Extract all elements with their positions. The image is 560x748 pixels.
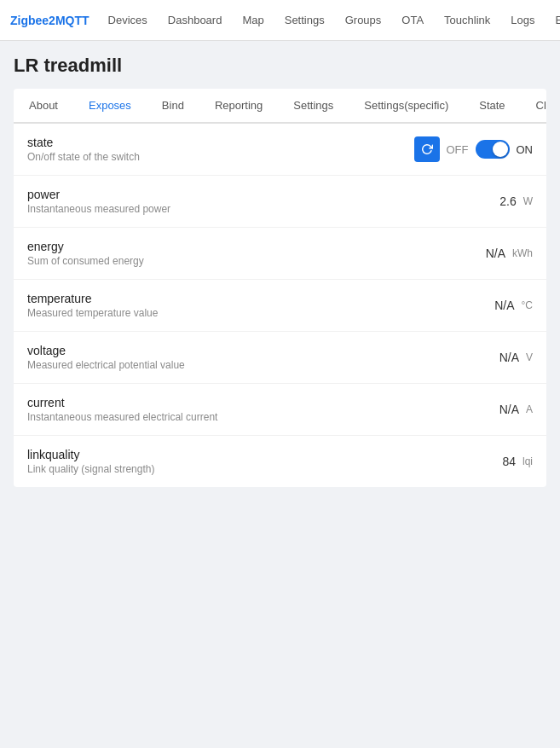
tab-clusters[interactable]: Clusters xyxy=(521,89,546,124)
linkquality-unit: lqi xyxy=(522,455,533,467)
expose-name-current: current xyxy=(27,396,217,409)
current-value: N/A xyxy=(499,403,519,416)
nav-item-map[interactable]: Map xyxy=(234,10,272,30)
current-unit: A xyxy=(526,403,533,415)
expose-value-voltage: N/A V xyxy=(499,351,533,364)
expose-name-power: power xyxy=(27,188,170,201)
nav-item-ota[interactable]: OTA xyxy=(393,10,432,30)
power-value: 2.6 xyxy=(499,194,516,208)
expose-desc-power: Instantaneous measured power xyxy=(27,203,170,215)
expose-value-temperature: N/A °C xyxy=(494,299,533,312)
expose-label-energy: energy Sum of consumed energy xyxy=(27,240,144,267)
expose-value-current: N/A A xyxy=(499,403,533,416)
expose-value-energy: N/A kWh xyxy=(486,246,533,260)
tab-settings[interactable]: Settings xyxy=(278,89,349,124)
nav-item-groups[interactable]: Groups xyxy=(337,10,390,30)
tab-exposes[interactable]: Exposes xyxy=(73,89,147,124)
expose-name-state: state xyxy=(27,136,140,149)
voltage-value: N/A xyxy=(499,351,519,364)
toggle-on-label: ON xyxy=(517,143,534,156)
energy-value: N/A xyxy=(486,246,505,260)
expose-desc-energy: Sum of consumed energy xyxy=(27,255,144,267)
expose-row-power: power Instantaneous measured power 2.6 W xyxy=(14,176,546,228)
tab-bind[interactable]: Bind xyxy=(147,89,199,124)
navbar: Zigbee2MQTT Devices Dashboard Map Settin… xyxy=(0,0,560,41)
tab-settings-specific[interactable]: Settings(specific) xyxy=(349,89,464,124)
expose-value-state: OFF ON xyxy=(414,136,534,162)
exposes-content: state On/off state of the switch OFF ON xyxy=(14,124,546,487)
expose-row-temperature: temperature Measured temperature value N… xyxy=(14,280,546,332)
expose-label-voltage: voltage Measured electrical potential va… xyxy=(27,344,185,371)
voltage-unit: V xyxy=(526,351,533,363)
state-toggle[interactable] xyxy=(476,140,510,159)
page-title: LR treadmill xyxy=(14,55,546,77)
refresh-button-state[interactable] xyxy=(414,136,440,162)
energy-unit: kWh xyxy=(512,247,533,259)
expose-desc-voltage: Measured electrical potential value xyxy=(27,359,185,371)
toggle-off-label: OFF xyxy=(447,143,469,156)
expose-name-energy: energy xyxy=(27,240,144,253)
expose-label-current: current Instantaneous measured electrica… xyxy=(27,396,217,423)
linkquality-value: 84 xyxy=(502,455,516,468)
nav-item-logs[interactable]: Logs xyxy=(502,10,543,30)
toggle-thumb xyxy=(493,142,508,157)
nav-item-settings[interactable]: Settings xyxy=(276,10,333,30)
expose-row-state: state On/off state of the switch OFF ON xyxy=(14,124,546,176)
expose-row-linkquality: linkquality Link quality (signal strengt… xyxy=(14,436,546,487)
nav-item-dashboard[interactable]: Dashboard xyxy=(159,10,231,30)
tabs-bar: About Exposes Bind Reporting Settings Se… xyxy=(14,89,546,124)
expose-label-temperature: temperature Measured temperature value xyxy=(27,292,158,319)
nav-item-devices[interactable]: Devices xyxy=(100,10,156,30)
expose-label-power: power Instantaneous measured power xyxy=(27,188,170,215)
temperature-value: N/A xyxy=(494,299,514,312)
expose-value-power: 2.6 W xyxy=(499,194,533,208)
expose-name-temperature: temperature xyxy=(27,292,158,305)
expose-row-energy: energy Sum of consumed energy N/A kWh xyxy=(14,228,546,280)
expose-label-linkquality: linkquality Link quality (signal strengt… xyxy=(27,448,154,475)
expose-row-voltage: voltage Measured electrical potential va… xyxy=(14,332,546,384)
tab-state[interactable]: State xyxy=(464,89,520,124)
nav-brand[interactable]: Zigbee2MQTT xyxy=(10,14,89,27)
tab-about[interactable]: About xyxy=(14,89,73,124)
nav-item-touchlink[interactable]: Touchlink xyxy=(436,10,499,30)
expose-desc-state: On/off state of the switch xyxy=(27,151,140,163)
expose-desc-temperature: Measured temperature value xyxy=(27,307,158,319)
expose-name-linkquality: linkquality xyxy=(27,448,154,461)
page-container: LR treadmill About Exposes Bind Reportin… xyxy=(0,41,560,501)
temperature-unit: °C xyxy=(522,299,533,311)
power-unit: W xyxy=(523,195,533,207)
nav-item-extensions[interactable]: Extensions xyxy=(547,10,560,30)
expose-row-current: current Instantaneous measured electrica… xyxy=(14,384,546,436)
expose-desc-current: Instantaneous measured electrical curren… xyxy=(27,411,217,423)
tab-reporting[interactable]: Reporting xyxy=(199,89,278,124)
expose-desc-linkquality: Link quality (signal strength) xyxy=(27,463,154,475)
expose-name-voltage: voltage xyxy=(27,344,185,357)
expose-label-state: state On/off state of the switch xyxy=(27,136,140,163)
state-toggle-wrapper: OFF ON xyxy=(447,140,534,159)
expose-value-linkquality: 84 lqi xyxy=(502,455,533,468)
